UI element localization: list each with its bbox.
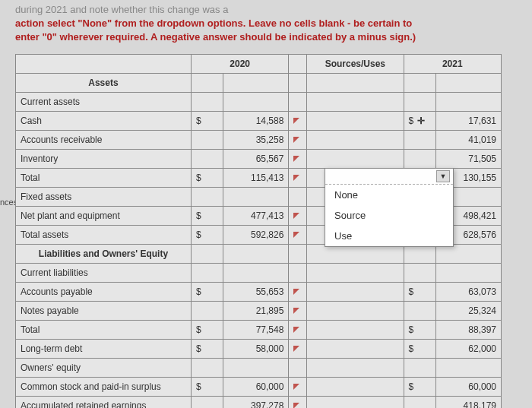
value-2020 — [223, 358, 289, 377]
row-label: Current assets — [16, 92, 192, 111]
sources-uses-cell[interactable] — [307, 301, 404, 320]
currency-2021 — [404, 358, 435, 377]
value-2020 — [223, 92, 289, 111]
plus-icon: ✛ — [416, 115, 426, 126]
currency-2021 — [404, 263, 435, 282]
sources-uses-cell[interactable] — [307, 130, 404, 149]
changed-flag — [289, 358, 307, 377]
sources-uses-cell[interactable] — [307, 111, 404, 130]
value-2020: 592,826 — [223, 225, 289, 244]
value-2021 — [435, 92, 501, 111]
sources-uses-cell[interactable] — [307, 282, 404, 301]
sources-uses-cell — [307, 263, 404, 282]
changed-flag — [289, 377, 307, 396]
value-2021: 62,000 — [435, 339, 501, 358]
row-label: Total assets — [16, 225, 192, 244]
changed-flag — [289, 225, 307, 244]
sources-uses-dropdown[interactable]: ▼ None Source Use — [325, 168, 454, 247]
dropdown-trigger[interactable]: ▼ — [325, 169, 453, 185]
changed-flag — [289, 320, 307, 339]
currency-2021: $ ✛ — [404, 111, 435, 130]
value-2021: 71,505 — [435, 149, 501, 168]
changed-flag — [289, 111, 307, 130]
currency-2021 — [404, 301, 435, 320]
currency-2021: $ — [404, 320, 435, 339]
value-2020: 21,895 — [223, 301, 289, 320]
changed-flag — [289, 187, 307, 206]
value-2021: 63,073 — [435, 282, 501, 301]
sources-uses-cell[interactable] — [307, 320, 404, 339]
instruction-line2: enter "0" wherever required. A negative … — [15, 31, 416, 43]
currency-2021 — [404, 130, 435, 149]
changed-flag — [289, 206, 307, 225]
header-2020: 2020 — [191, 54, 288, 73]
changed-flag — [289, 92, 307, 111]
row-label: Accounts receivable — [16, 130, 192, 149]
header-sources: Sources/Uses — [307, 54, 404, 73]
row-label: Total — [16, 168, 192, 187]
currency-2021: $ — [404, 377, 435, 396]
currency-2020: $ — [191, 225, 223, 244]
value-2020: 115,413 — [223, 168, 289, 187]
sources-uses-cell[interactable] — [307, 396, 404, 408]
row-label: Long-term debt — [16, 339, 192, 358]
value-2021: 88,397 — [435, 320, 501, 339]
currency-2020: $ — [191, 377, 223, 396]
currency-2020 — [191, 130, 223, 149]
currency-2020 — [191, 396, 223, 408]
dropdown-option-none[interactable]: None — [325, 185, 453, 205]
currency-2020: $ — [191, 320, 223, 339]
changed-flag — [289, 130, 307, 149]
value-2020: 60,000 — [223, 377, 289, 396]
currency-2020 — [191, 263, 223, 282]
currency-2020 — [191, 92, 223, 111]
row-label: Current liabilities — [16, 263, 192, 282]
value-2020: 77,548 — [223, 320, 289, 339]
value-2020: 14,588 — [223, 111, 289, 130]
changed-flag — [289, 282, 307, 301]
row-label: Accounts payable — [16, 282, 192, 301]
value-2020: 65,567 — [223, 149, 289, 168]
currency-2021 — [404, 396, 435, 408]
currency-2020: $ — [191, 282, 223, 301]
currency-2020 — [191, 187, 223, 206]
currency-2020 — [191, 358, 223, 377]
changed-flag — [289, 149, 307, 168]
row-label: Notes payable — [16, 301, 192, 320]
header-mark — [289, 54, 307, 73]
row-label: Owners' equity — [16, 358, 192, 377]
row-label: Net plant and equipment — [16, 206, 192, 225]
section-liabilities: Liabilities and Owners' Equity — [16, 244, 192, 263]
changed-flag — [289, 339, 307, 358]
currency-2020: $ — [191, 168, 223, 187]
chevron-down-icon[interactable]: ▼ — [436, 170, 450, 182]
currency-2020: $ — [191, 339, 223, 358]
currency-2020: $ — [191, 111, 223, 130]
changed-flag — [289, 263, 307, 282]
value-2020: 477,413 — [223, 206, 289, 225]
sources-uses-cell[interactable] — [307, 339, 404, 358]
value-2021: 418,179 — [435, 396, 501, 408]
dropdown-option-source[interactable]: Source — [325, 205, 453, 226]
row-label: Common stock and paid-in surplus — [16, 377, 192, 396]
sources-uses-cell — [307, 358, 404, 377]
value-2020: 58,000 — [223, 339, 289, 358]
value-2021 — [435, 263, 501, 282]
sources-uses-cell[interactable] — [307, 149, 404, 168]
changed-flag — [289, 301, 307, 320]
instruction-gray: during 2021 and note whether this change… — [15, 4, 228, 15]
changed-flag — [289, 396, 307, 408]
instruction-text: during 2021 and note whether this change… — [0, 0, 532, 54]
sources-uses-cell[interactable] — [307, 377, 404, 396]
currency-2021: $ — [404, 282, 435, 301]
value-2020 — [223, 187, 289, 206]
value-2020: 55,653 — [223, 282, 289, 301]
section-assets: Assets — [16, 73, 192, 92]
currency-2020 — [191, 149, 223, 168]
value-2021: 41,019 — [435, 130, 501, 149]
dropdown-option-use[interactable]: Use — [325, 226, 453, 246]
currency-2021: $ — [404, 339, 435, 358]
row-label: Fixed assets — [16, 187, 192, 206]
row-label: Cash — [16, 111, 192, 130]
value-2020: 35,258 — [223, 130, 289, 149]
